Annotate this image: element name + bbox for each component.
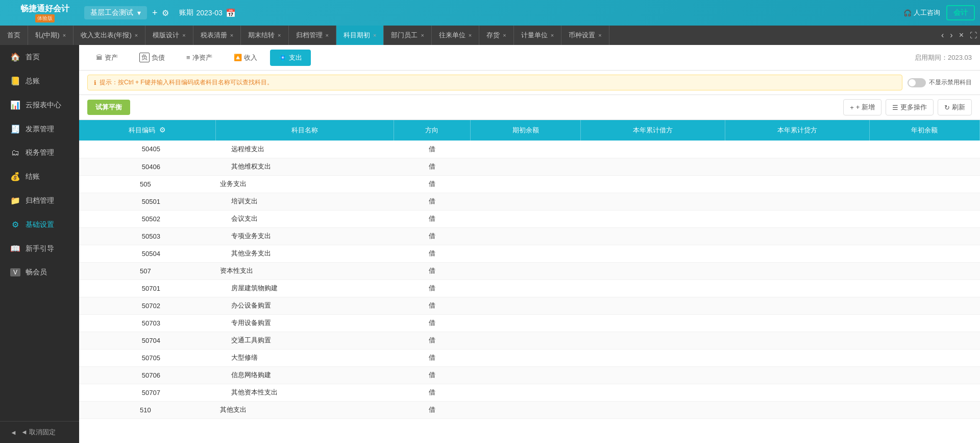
table-row[interactable]: 50705大型修缮借: [79, 349, 980, 366]
sub-tab-bar: 🏛 资产 负 负债 ≡ 净资产 🔼 收入 💠 支出 启用期间：2023.03: [79, 45, 980, 71]
subtab-expenditure[interactable]: 💠 支出: [270, 50, 311, 66]
account-button[interactable]: 会计: [946, 5, 975, 20]
table-row[interactable]: 50706信息网络购建借: [79, 366, 980, 384]
cell-direction: 借: [394, 158, 470, 175]
sidebar-item-guide[interactable]: 📖 新手引导: [0, 237, 79, 261]
support-button[interactable]: 🎧 人工咨询: [903, 8, 940, 17]
sidebar-item-settings[interactable]: ⚙ 基础设置: [0, 213, 79, 237]
add-icon[interactable]: +: [152, 8, 158, 18]
tax-icon: 🗂: [10, 148, 20, 157]
tab-expand-button[interactable]: ⛶: [967, 31, 980, 39]
report-icon: 📊: [10, 100, 20, 110]
gear-icon[interactable]: ⚙: [162, 8, 169, 18]
tab-tax-forms[interactable]: 税表清册 ×: [193, 26, 241, 45]
table-row[interactable]: 50703专用设备购置借: [79, 314, 980, 332]
tab-home[interactable]: 首页: [0, 26, 28, 45]
cell-annual-debit: [581, 349, 725, 366]
sidebar-item-member[interactable]: V 畅会员: [0, 261, 79, 284]
more-button[interactable]: ☰ 更多操作: [886, 99, 934, 115]
sidebar-item-archive[interactable]: 📁 归档管理: [0, 189, 79, 213]
subtab-label: 负债: [152, 53, 165, 62]
cell-annual-balance: [869, 141, 979, 158]
close-icon[interactable]: ×: [373, 32, 376, 38]
tab-close-all-button[interactable]: ×: [956, 31, 967, 40]
cell-code: 50702: [79, 297, 216, 314]
table-row[interactable]: 50704交通工具购置借: [79, 332, 980, 349]
table-row[interactable]: 50707其他资本性支出借: [79, 384, 980, 401]
tab-next-button[interactable]: ›: [947, 31, 955, 40]
table-row[interactable]: 50406其他维权支出借: [79, 158, 980, 175]
logo-sub: 体验版: [35, 14, 55, 22]
tab-subject-initial[interactable]: 科目期初 ×: [336, 26, 384, 45]
cell-direction: 借: [394, 262, 470, 279]
tab-units[interactable]: 计量单位 ×: [514, 26, 561, 45]
logo-title: 畅捷通好会计: [20, 4, 69, 14]
table-row[interactable]: 505业务支出借: [79, 175, 980, 193]
close-icon[interactable]: ×: [230, 32, 233, 38]
sidebar-item-general-ledger[interactable]: 📒 总账: [0, 69, 79, 93]
company-selector[interactable]: 基层工会测试 ▾: [84, 6, 147, 19]
cell-initial-balance: [471, 193, 581, 210]
tab-contacts[interactable]: 往来单位 ×: [432, 26, 479, 45]
subtab-assets[interactable]: 🏛 资产: [87, 50, 127, 66]
member-icon: V: [10, 268, 20, 276]
tab-period-transfer[interactable]: 期末结转 ×: [241, 26, 288, 45]
calendar-icon[interactable]: 📅: [226, 8, 236, 18]
balance-button[interactable]: 试算平衡: [87, 100, 130, 115]
sidebar-item-tax[interactable]: 🗂 税务管理: [0, 141, 79, 165]
cell-code: 505: [79, 175, 216, 193]
close-icon[interactable]: ×: [551, 32, 554, 38]
cell-name: 房屋建筑物购建: [216, 279, 394, 297]
cell-annual-credit: [725, 349, 869, 366]
close-icon[interactable]: ×: [326, 32, 329, 38]
sidebar-item-home[interactable]: 🏠 首页: [0, 45, 79, 69]
tab-departments[interactable]: 部门员工 ×: [384, 26, 431, 45]
sidebar-item-settlement[interactable]: 💰 结账: [0, 165, 79, 189]
tab-archive[interactable]: 归档管理 ×: [289, 26, 336, 45]
tab-prev-button[interactable]: ‹: [938, 31, 947, 40]
cell-initial-balance: [471, 158, 581, 175]
tab-label: 部门员工: [391, 31, 418, 40]
subtab-income[interactable]: 🔼 收入: [225, 50, 266, 66]
close-icon[interactable]: ×: [421, 32, 424, 38]
cell-code: 50703: [79, 314, 216, 332]
cell-name: 培训支出: [216, 193, 394, 210]
close-icon[interactable]: ×: [63, 32, 66, 38]
table-row[interactable]: 50405远程维支出借: [79, 141, 980, 158]
cell-annual-balance: [869, 245, 979, 262]
table-row[interactable]: 50501培训支出借: [79, 193, 980, 210]
tab-template[interactable]: 模版设计 ×: [145, 26, 193, 45]
table-row[interactable]: 507资本性支出借: [79, 262, 980, 279]
table-row[interactable]: 50504其他业务支出借: [79, 245, 980, 262]
sidebar-item-invoice[interactable]: 🧾 发票管理: [0, 117, 79, 141]
close-icon[interactable]: ×: [278, 32, 281, 38]
cell-annual-debit: [581, 297, 725, 314]
table-row[interactable]: 510其他支出借: [79, 401, 980, 418]
toggle-control[interactable]: [908, 78, 926, 87]
tip-box: ℹ 提示：按Ctrl + F键并输入科目编码或者科目名称可以查找科目。: [87, 75, 902, 90]
table-row[interactable]: 50503专项业务支出借: [79, 227, 980, 245]
sidebar-item-report-center[interactable]: 📊 云报表中心: [0, 93, 79, 117]
cell-initial-balance: [471, 245, 581, 262]
refresh-button[interactable]: ↻ 刷新: [938, 99, 972, 115]
toggle-switch[interactable]: 不显示禁用科目: [908, 78, 972, 87]
column-settings-icon[interactable]: ⚙: [159, 126, 166, 134]
close-icon[interactable]: ×: [503, 32, 506, 38]
add-button[interactable]: + + 新增: [843, 99, 881, 115]
table-row[interactable]: 50502会议支出借: [79, 210, 980, 227]
close-icon[interactable]: ×: [182, 32, 185, 38]
close-icon[interactable]: ×: [598, 32, 601, 38]
subtab-liabilities[interactable]: 负 负债: [131, 49, 174, 66]
close-icon[interactable]: ×: [469, 32, 472, 38]
tab-mid-period[interactable]: 轧(中期) ×: [28, 26, 74, 45]
table-row[interactable]: 50701房屋建筑物购建借: [79, 279, 980, 297]
subtab-net-assets[interactable]: ≡ 净资产: [178, 50, 221, 66]
cell-annual-debit: [581, 141, 725, 158]
tab-inventory[interactable]: 存货 ×: [479, 26, 513, 45]
tab-income-report[interactable]: 收入支出表(年报) ×: [74, 26, 145, 45]
close-icon[interactable]: ×: [135, 32, 138, 38]
tab-currency[interactable]: 币种设置 ×: [561, 26, 609, 45]
tab-label: 轧(中期): [35, 31, 60, 40]
sidebar-collapse-button[interactable]: ◄ ◄ 取消固定: [0, 421, 79, 443]
table-row[interactable]: 50702办公设备购置借: [79, 297, 980, 314]
